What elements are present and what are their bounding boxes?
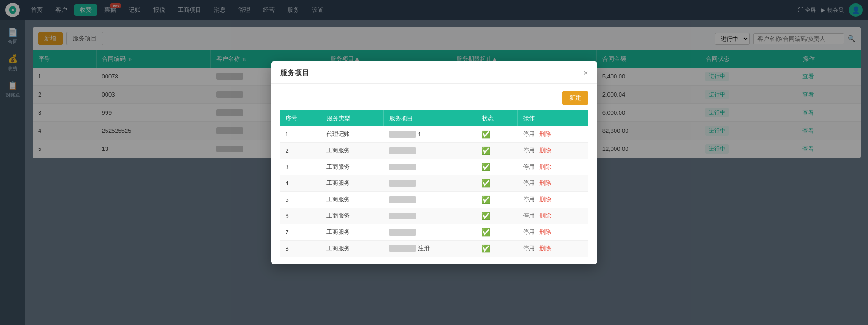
delete-btn[interactable]: 删除 <box>539 212 551 219</box>
service-item-modal: 服务项目 × 新建 序号 服务类型 服务项目 <box>271 61 597 264</box>
modal-cell-type: 工商服务 <box>321 224 383 240</box>
modal-cell-id: 4 <box>280 175 321 191</box>
stop-btn[interactable]: 停用 <box>523 163 535 170</box>
stop-btn[interactable]: 停用 <box>523 179 535 186</box>
modal-table-row: 2 工商服务 ✅ 停用 删除 <box>280 142 588 159</box>
modal-table-row: 8 工商服务 注册 ✅ 停用 删除 <box>280 240 588 257</box>
modal-close-btn[interactable]: × <box>583 68 588 78</box>
modal-cell-action: 停用 删除 <box>518 191 588 208</box>
modal-cell-item: 1 <box>383 126 476 143</box>
modal-cell-action: 停用 删除 <box>518 240 588 257</box>
modal-cell-id: 7 <box>280 224 321 240</box>
modal-col-id: 序号 <box>280 110 321 126</box>
modal-table-row: 3 工商服务 ✅ 停用 删除 <box>280 159 588 175</box>
modal-cell-status: ✅ <box>476 208 518 224</box>
modal-cell-action: 停用 删除 <box>518 126 588 143</box>
stop-btn[interactable]: 停用 <box>523 147 535 154</box>
modal-cell-item: 注册 <box>383 240 476 257</box>
modal-cell-id: 8 <box>280 240 321 257</box>
modal-cell-action: 停用 删除 <box>518 175 588 191</box>
stop-btn[interactable]: 停用 <box>523 245 535 252</box>
modal-cell-status: ✅ <box>476 191 518 208</box>
modal-col-action: 操作 <box>518 110 588 126</box>
modal-header: 服务项目 × <box>271 61 597 84</box>
content-area: 新增 服务项目 进行中 已完成 全部 🔍 序号 合同编码 <box>25 20 868 325</box>
delete-btn[interactable]: 删除 <box>539 196 551 203</box>
modal-cell-type: 工商服务 <box>321 175 383 191</box>
modal-cell-item <box>383 142 476 159</box>
modal-table-row: 7 工商服务 ✅ 停用 删除 <box>280 224 588 240</box>
modal-table-row: 6 工商服务 ✅ 停用 删除 <box>280 208 588 224</box>
modal-cell-status: ✅ <box>476 142 518 159</box>
modal-toolbar: 新建 <box>280 91 588 105</box>
modal-cell-id: 2 <box>280 142 321 159</box>
modal-new-btn[interactable]: 新建 <box>562 91 588 105</box>
modal-scroll-area[interactable]: 序号 服务类型 服务项目 状态 操作 1 代理记账 1 ✅ <box>280 110 588 257</box>
modal-cell-action: 停用 删除 <box>518 142 588 159</box>
modal-cell-type: 工商服务 <box>321 240 383 257</box>
modal-cell-id: 3 <box>280 159 321 175</box>
stop-btn[interactable]: 停用 <box>523 228 535 235</box>
stop-btn[interactable]: 停用 <box>523 131 535 137</box>
modal-col-type: 服务类型 <box>321 110 383 126</box>
modal-cell-item <box>383 224 476 240</box>
modal-cell-type: 代理记账 <box>321 126 383 143</box>
modal-cell-status: ✅ <box>476 126 518 143</box>
delete-btn[interactable]: 删除 <box>539 179 551 186</box>
modal-table: 序号 服务类型 服务项目 状态 操作 1 代理记账 1 ✅ <box>280 110 588 257</box>
modal-cell-item <box>383 175 476 191</box>
modal-cell-type: 工商服务 <box>321 208 383 224</box>
modal-table-row: 5 工商服务 ✅ 停用 删除 <box>280 191 588 208</box>
modal-cell-item <box>383 159 476 175</box>
modal-title: 服务项目 <box>280 68 309 78</box>
modal-cell-status: ✅ <box>476 240 518 257</box>
stop-btn[interactable]: 停用 <box>523 196 535 203</box>
modal-cell-action: 停用 删除 <box>518 208 588 224</box>
modal-cell-id: 1 <box>280 126 321 143</box>
modal-cell-item <box>383 191 476 208</box>
modal-table-row: 1 代理记账 1 ✅ 停用 删除 <box>280 126 588 143</box>
delete-btn[interactable]: 删除 <box>539 228 551 235</box>
main-layout: 📄 合同 💰 收费 📋 对账单 新增 服务项目 进行中 已完成 全部 <box>0 20 868 325</box>
modal-cell-type: 工商服务 <box>321 191 383 208</box>
modal-col-status: 状态 <box>476 110 518 126</box>
modal-col-item: 服务项目 <box>383 110 476 126</box>
modal-cell-id: 6 <box>280 208 321 224</box>
delete-btn[interactable]: 删除 <box>539 245 551 252</box>
modal-cell-type: 工商服务 <box>321 142 383 159</box>
modal-cell-type: 工商服务 <box>321 159 383 175</box>
modal-body: 新建 序号 服务类型 服务项目 状态 操作 <box>271 84 597 264</box>
delete-btn[interactable]: 删除 <box>539 147 551 154</box>
stop-btn[interactable]: 停用 <box>523 212 535 219</box>
delete-btn[interactable]: 删除 <box>539 131 551 137</box>
modal-cell-status: ✅ <box>476 159 518 175</box>
modal-overlay[interactable]: 服务项目 × 新建 序号 服务类型 服务项目 <box>25 20 868 325</box>
modal-table-row: 4 工商服务 ✅ 停用 删除 <box>280 175 588 191</box>
delete-btn[interactable]: 删除 <box>539 163 551 170</box>
modal-cell-item <box>383 208 476 224</box>
modal-cell-id: 5 <box>280 191 321 208</box>
modal-cell-status: ✅ <box>476 224 518 240</box>
modal-cell-status: ✅ <box>476 175 518 191</box>
modal-cell-action: 停用 删除 <box>518 224 588 240</box>
modal-cell-action: 停用 删除 <box>518 159 588 175</box>
